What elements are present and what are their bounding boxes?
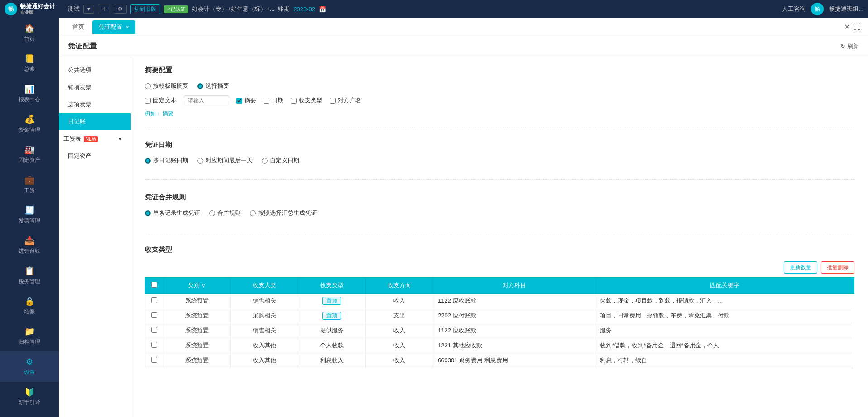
sidebar-item-archive[interactable]: 📁 归档管理 [0,321,59,351]
merge-radio-rules[interactable]: 合并规则 [209,209,241,217]
sidebar-item-tax[interactable]: 📋 税务管理 [0,261,59,291]
sidebar-item-close[interactable]: 🔒 结账 [0,291,59,321]
left-menu-fixed-assets[interactable]: 固定资产 [59,147,131,165]
date-checkbox[interactable] [264,98,269,104]
table-select-all[interactable] [151,282,157,288]
type-checkbox-label: 收支类型 [299,96,322,104]
summary-checkbox-item[interactable]: 摘要 [236,96,256,104]
row-direction-4: 收入 [366,353,433,368]
summary-radio-template-label: 按模板版摘要 [153,82,188,90]
summary-checkbox-row: 固定文本 摘要 日期 收支类型 [145,95,854,105]
row-keyword-4: 利息，行转，续自 [595,353,854,368]
refresh-btn[interactable]: ↻ 刷新 [840,43,859,51]
income-section: 收支类型 更新数量 批量删除 类别 ∨ [145,246,854,368]
tab-config-label: 凭证配置 [99,24,122,30]
page-title: 凭证配置 [68,42,97,51]
th-keyword: 匹配关键字 [595,278,854,294]
merge-radio-group: 单条记录生成凭证 合并规则 按照选择汇总生成凭证 [145,209,854,217]
close-tab-btn[interactable]: ✕ [844,23,850,31]
counterpart-checkbox[interactable] [330,98,336,104]
th-checkbox [145,278,163,294]
sidebar-item-purchase[interactable]: 📥 进销台账 [0,230,59,261]
tab-config[interactable]: 凭证配置 × [92,20,135,34]
left-menu-purchase-inv[interactable]: 进项发票 [59,96,131,113]
settings-btn[interactable]: ⚙ [114,5,127,14]
counterpart-checkbox-item[interactable]: 对方户名 [330,96,361,104]
merge-radio-summary-input[interactable] [250,210,256,216]
sidebar-label-close: 结账 [24,308,35,316]
direction-tag-0[interactable]: 置顶 [322,297,341,305]
row-major-0: 销售相关 [231,294,298,308]
income-section-title: 收支类型 [145,246,854,254]
company-arrow[interactable]: ▾ [83,5,94,14]
sidebar-item-guide[interactable]: 🔰 新手引导 [0,382,59,412]
row-checkbox-1[interactable] [151,312,157,318]
merge-section: 凭证合并规则 单条记录生成凭证 合并规则 按照选择汇总生成凭证 [145,193,854,232]
tags: 好会计（专）+好生意（标）+... [192,5,274,13]
sidebar-item-settings[interactable]: ⚙ 设置 [0,351,59,382]
left-menu-journal[interactable]: 日记账 [59,113,131,130]
tab-home[interactable]: 首页 [66,20,91,34]
sidebar-item-report[interactable]: 📊 报表中心 [0,79,59,109]
merge-radio-summary[interactable]: 按照选择汇总生成凭证 [250,209,317,217]
summary-section-title: 摘要配置 [145,66,854,75]
fixed-text-checkbox[interactable] [145,98,151,104]
merge-radio-single[interactable]: 单条记录生成凭证 [145,209,200,217]
add-btn[interactable]: + [98,4,110,14]
expand-tab-btn[interactable]: ⛶ [854,23,861,31]
summary-radio-template[interactable]: 按模板版摘要 [145,82,188,90]
direction-tag-1[interactable]: 置顶 [322,312,341,320]
date-checkbox-label: 日期 [272,96,283,104]
table-row: 系统预置 采购相关 置顶 支出 2202 应付账款 项目，日常费用，报销款，车费… [145,308,854,323]
switch-version-btn[interactable]: 切到旧版 [130,4,160,14]
user-name[interactable]: 畅捷通班组... [829,5,863,13]
type-checkbox[interactable] [291,98,297,104]
update-count-btn[interactable]: 更新数量 [784,261,817,274]
row-account-2: 1122 应收账款 [433,323,595,338]
type-checkbox-item[interactable]: 收支类型 [291,96,322,104]
row-checkbox-4[interactable] [151,357,157,363]
row-checkbox-2[interactable] [151,327,157,333]
date-radio-custom[interactable]: 自定义日期 [262,156,299,165]
date-radio-journal[interactable]: 按日记账日期 [145,156,188,165]
tab-config-close[interactable]: × [126,24,129,30]
sidebar-item-salary[interactable]: 💼 工资 [0,170,59,200]
calendar-icon[interactable]: 📅 [319,6,326,13]
sidebar-label-settings: 设置 [24,369,35,376]
date-checkbox-item[interactable]: 日期 [264,96,283,104]
fixed-text-checkbox-item[interactable]: 固定文本 [145,96,177,104]
row-checkbox-0[interactable] [151,297,157,303]
batch-delete-btn[interactable]: 批量删除 [821,261,854,274]
summary-radio-template-input[interactable] [145,83,151,89]
merge-radio-single-input[interactable] [145,210,151,216]
row-direction-2: 收入 [366,323,433,338]
th-type: 收支类型 [298,278,366,294]
sidebar-item-member[interactable]: ⬇ 畅会员 [0,412,59,417]
th-keyword-label: 匹配关键字 [710,282,739,289]
date-radio-custom-input[interactable] [262,158,268,164]
row-keyword-0: 欠款，现金，项目款，到款，报销款，汇入，... [595,294,854,308]
date-radio-period-last[interactable]: 对应期间最后一天 [197,156,253,165]
summary-radio-select[interactable]: 选择摘要 [197,82,229,90]
assets-icon: 🏭 [24,145,34,155]
fixed-text-input[interactable] [184,95,229,105]
service-btn[interactable]: 人工咨询 [782,5,806,13]
left-menu-payroll[interactable]: 工资表 NEW ▾ [59,130,131,147]
avatar: 畅 [811,3,824,15]
row-checkbox-3[interactable] [151,342,157,348]
sidebar-item-assets[interactable]: 🏭 固定资产 [0,139,59,170]
left-menu-sales[interactable]: 销项发票 [59,79,131,96]
sidebar-item-home[interactable]: 🏠 首页 [0,18,59,48]
sidebar-label-assets: 固定资产 [19,156,40,164]
summary-radio-select-input[interactable] [197,83,203,89]
app-name: 畅捷通好会计 [20,3,55,10]
left-menu-public[interactable]: 公共选项 [59,62,131,79]
sidebar-item-invoice[interactable]: 🧾 发票管理 [0,200,59,230]
summary-checkbox[interactable] [236,98,242,104]
date-radio-journal-input[interactable] [145,158,151,164]
date-radio-period-last-input[interactable] [197,158,203,164]
finance-icon: 💰 [24,114,34,124]
sidebar-item-ledger[interactable]: 📒 总账 [0,48,59,79]
sidebar-item-finance[interactable]: 💰 资金管理 [0,109,59,139]
merge-radio-rules-input[interactable] [209,210,215,216]
